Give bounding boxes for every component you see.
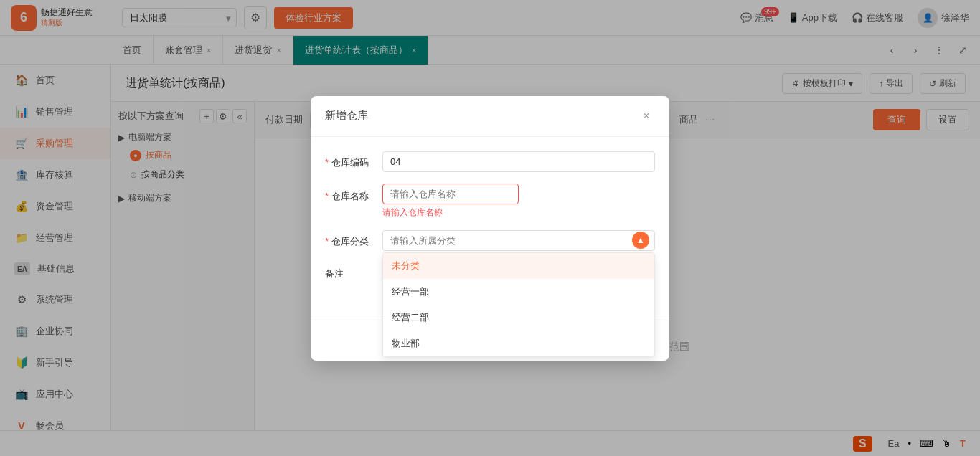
form-label-code: 仓库编码 (325, 151, 382, 169)
modal-new-warehouse: 新增仓库 × 仓库编码 仓库名称 请输入仓库名称 仓库分类 (311, 96, 669, 361)
modal-body: 仓库编码 仓库名称 请输入仓库名称 仓库分类 ▲ 未分类 (311, 137, 669, 320)
form-row-category: 仓库分类 ▲ 未分类 经营一部 经营二部 物业部 (325, 230, 655, 251)
dropdown-item-ops1[interactable]: 经营一部 (383, 279, 654, 305)
form-input-code[interactable] (382, 151, 655, 172)
form-row-code: 仓库编码 (325, 151, 655, 172)
dropdown-item-ops2[interactable]: 经营二部 (383, 305, 654, 331)
form-row-name-inner: 仓库名称 (325, 184, 519, 204)
form-label-category: 仓库分类 (325, 230, 382, 248)
form-category-arrow[interactable]: ▲ (632, 232, 649, 249)
modal-close-button[interactable]: × (638, 108, 655, 125)
form-input-category[interactable] (382, 230, 655, 251)
dropdown-item-property[interactable]: 物业部 (383, 331, 654, 356)
modal-title: 新增仓库 (325, 109, 368, 123)
modal-overlay[interactable]: 新增仓库 × 仓库编码 仓库名称 请输入仓库名称 仓库分类 (0, 0, 980, 456)
form-name-error: 请输入仓库名称 (382, 206, 443, 219)
form-label-remark: 备注 (325, 262, 382, 280)
category-dropdown: 未分类 经营一部 经营二部 物业部 (382, 252, 655, 357)
form-input-name[interactable] (382, 184, 519, 204)
dropdown-item-uncategorized[interactable]: 未分类 (383, 253, 654, 279)
form-label-name: 仓库名称 (325, 185, 382, 203)
form-category-select-wrap: ▲ 未分类 经营一部 经营二部 物业部 (382, 230, 655, 251)
form-row-name: 仓库名称 请输入仓库名称 (325, 184, 655, 219)
modal-header: 新增仓库 × (311, 96, 669, 137)
